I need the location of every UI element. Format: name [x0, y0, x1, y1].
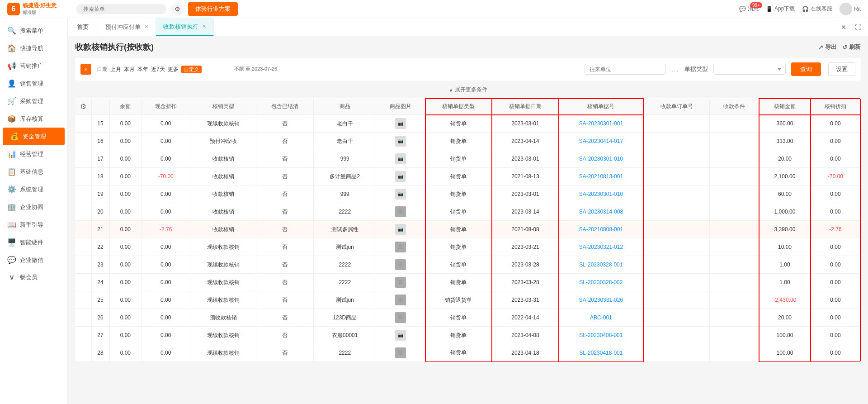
td-settings — [75, 309, 91, 327]
td-writeoff-discount: 0.00 — [811, 344, 860, 362]
td-bill-type: 销货单 — [425, 150, 492, 168]
sidebar-item-purchase[interactable]: 🛒 采购管理 — [0, 92, 67, 110]
filter-custom-btn[interactable]: 自定义 — [181, 66, 202, 73]
tab-maximize-action[interactable]: ⛶ — [852, 21, 864, 33]
tab-home[interactable]: 首页 — [68, 18, 98, 36]
refresh-button[interactable]: ↺ 刷新 — [842, 43, 861, 51]
sidebar-item-wechat[interactable]: 💬 企业微信 — [0, 251, 67, 269]
td-balance: 0.00 — [109, 185, 142, 203]
td-bill-no[interactable]: SA-20230301-010 — [559, 185, 643, 203]
td-product-img: 🖼 — [376, 309, 425, 327]
sidebar-item-guide[interactable]: 📖 新手引导 — [0, 216, 67, 233]
app-download-button[interactable]: 📱 App下载 — [766, 5, 795, 13]
td-cash-discount: -70.00 — [142, 168, 190, 185]
td-receipt-order-no — [643, 221, 710, 238]
sidebar-item-sales[interactable]: 👤 销售管理 — [0, 75, 67, 92]
table-row: 270.000.00现续收款核销否衣服00001📷销货单2023-04-08SL… — [75, 327, 860, 344]
td-bill-type: 销货单 — [425, 115, 492, 133]
table-row: 280.000.00现续收款核销否2222🖼销货单2023-04-18SL-20… — [75, 344, 860, 362]
partner-input[interactable] — [585, 64, 666, 75]
tab-receipt-writeoff[interactable]: 收款核销执行 ✕ — [156, 18, 214, 36]
td-bill-no[interactable]: SA-20230301-010 — [559, 150, 643, 168]
td-included-settled: 否 — [256, 344, 314, 362]
marketing-icon: 📢 — [7, 62, 16, 70]
voucher-type-select[interactable] — [713, 64, 786, 75]
td-bill-no[interactable]: SA-20230331-026 — [559, 291, 643, 309]
user-avatar-button[interactable]: Rit — [840, 3, 861, 15]
td-seq: 26 — [91, 309, 109, 327]
td-bill-no[interactable]: SA-20230314-008 — [559, 203, 643, 221]
sidebar-item-member[interactable]: V 畅会员 — [0, 269, 67, 286]
partner-dots[interactable]: ... — [671, 66, 679, 73]
settings-icon[interactable]: ⚙ — [171, 3, 184, 15]
td-bill-no[interactable]: SA-20210808-001 — [559, 221, 643, 238]
td-writeoff-type: 现续收款核销 — [190, 291, 256, 309]
td-bill-no[interactable]: SL-20230408-001 — [559, 327, 643, 344]
filter-date-links: 上月 本月 本年 近7天 更多 自定义 — [110, 66, 202, 73]
sidebar-item-finance[interactable]: 💰 资金管理 — [3, 128, 65, 145]
tab-receipt-writeoff-close[interactable]: ✕ — [202, 24, 206, 29]
th-product-img: 商品图片 — [376, 99, 425, 115]
td-receipt-order-no — [643, 344, 710, 362]
notification-button[interactable]: 💬 消息 99+ — [739, 5, 759, 13]
export-button[interactable]: ↗ 导出 — [818, 43, 837, 51]
sidebar-item-search[interactable]: 🔍 搜索菜单 — [0, 22, 67, 39]
table-row: 160.000.00预付冲应收否老白干📷销货单2023-04-14SA-2023… — [75, 133, 860, 150]
sidebar-item-quick-nav[interactable]: 🏠 快捷导航 — [0, 39, 67, 57]
filter-date-more[interactable]: 更多 — [168, 66, 179, 73]
td-cash-discount: 0.00 — [142, 274, 190, 291]
tab-close-action[interactable]: ✕ — [837, 21, 850, 33]
online-service-button[interactable]: 🎧 在线客服 — [802, 5, 832, 13]
th-settings[interactable]: ⚙ — [75, 99, 91, 115]
expand-more-button[interactable]: ∨ 展开更多条件 — [449, 86, 487, 94]
filter-date-7days[interactable]: 近7天 — [151, 66, 165, 73]
filter-date-thisyear[interactable]: 本年 — [137, 66, 148, 73]
td-bill-no[interactable]: SA-20230321-012 — [559, 238, 643, 256]
column-settings-icon[interactable]: ⚙ — [80, 103, 86, 110]
filter-expand-button[interactable]: » — [80, 64, 91, 75]
td-writeoff-amount: 60.00 — [759, 185, 811, 203]
td-writeoff-discount: 0.00 — [811, 291, 860, 309]
td-seq: 20 — [91, 203, 109, 221]
sidebar-item-inventory[interactable]: 📦 库存核算 — [0, 110, 67, 128]
td-writeoff-amount: 360.00 — [759, 115, 811, 133]
td-product-img: 📷 — [376, 115, 425, 133]
table-row: 260.000.00预收款核销否123D商品🖼销货单2022-04-14ABC-… — [75, 309, 860, 327]
td-product-img: 📷 — [376, 221, 425, 238]
td-bill-no[interactable]: SA-20210813-001 — [559, 168, 643, 185]
td-bill-no[interactable]: SL-20230328-002 — [559, 274, 643, 291]
td-balance: 0.00 — [109, 150, 142, 168]
purchase-icon: 🛒 — [7, 97, 16, 105]
sidebar-item-hardware[interactable]: 🖥️ 智能硬件 — [0, 233, 67, 251]
member-icon: V — [7, 274, 16, 281]
td-bill-no[interactable]: ABC-001 — [559, 309, 643, 327]
sidebar-item-system[interactable]: ⚙️ 系统管理 — [0, 181, 67, 198]
chevron-down-icon: ∨ — [449, 87, 453, 93]
brand-version: 标准版 — [23, 10, 57, 16]
industry-button[interactable]: 体验行业方案 — [188, 2, 238, 16]
td-bill-no[interactable]: SL-20230328-001 — [559, 256, 643, 274]
td-settings — [75, 274, 91, 291]
td-product: 多计量商品2 — [314, 168, 376, 185]
refresh-label: 刷新 — [849, 43, 861, 51]
th-cash-discount: 现金折扣 — [142, 99, 190, 115]
table-row: 190.000.00收款核销否999📷销货单2023-03-01SA-20230… — [75, 185, 860, 203]
td-bill-no[interactable]: SA-20230301-001 — [559, 115, 643, 133]
query-button[interactable]: 查询 — [791, 62, 821, 76]
td-bill-no[interactable]: SA-20230414-017 — [559, 133, 643, 150]
search-input[interactable] — [76, 4, 166, 14]
settings-button[interactable]: 设置 — [828, 62, 855, 76]
data-table: ⚙ 余额 现金折扣 核销类型 包含已结清 商品 商品图片 核销单据类型 核销单据… — [75, 98, 861, 362]
basic-icon: 📋 — [7, 167, 16, 176]
tab-prepay[interactable]: 预付冲应付单 ✕ — [98, 18, 156, 36]
td-settings — [75, 150, 91, 168]
sidebar-item-basic[interactable]: 📋 基础信息 — [0, 163, 67, 181]
filter-date-thismonth[interactable]: 本月 — [124, 66, 135, 73]
sidebar-item-business[interactable]: 📊 经营管理 — [0, 145, 67, 163]
sidebar-item-enterprise[interactable]: 🏢 企业协同 — [0, 198, 67, 216]
sidebar-item-marketing[interactable]: 📢 营销推广 — [0, 57, 67, 75]
top-bar: 6 畅捷通·好生意 标准版 ⚙ 体验行业方案 💬 消息 99+ 📱 App下载 … — [0, 0, 868, 18]
filter-date-lastmonth[interactable]: 上月 — [110, 66, 121, 73]
tab-prepay-close[interactable]: ✕ — [144, 24, 148, 30]
td-bill-no[interactable]: SL-20230418-001 — [559, 344, 643, 362]
